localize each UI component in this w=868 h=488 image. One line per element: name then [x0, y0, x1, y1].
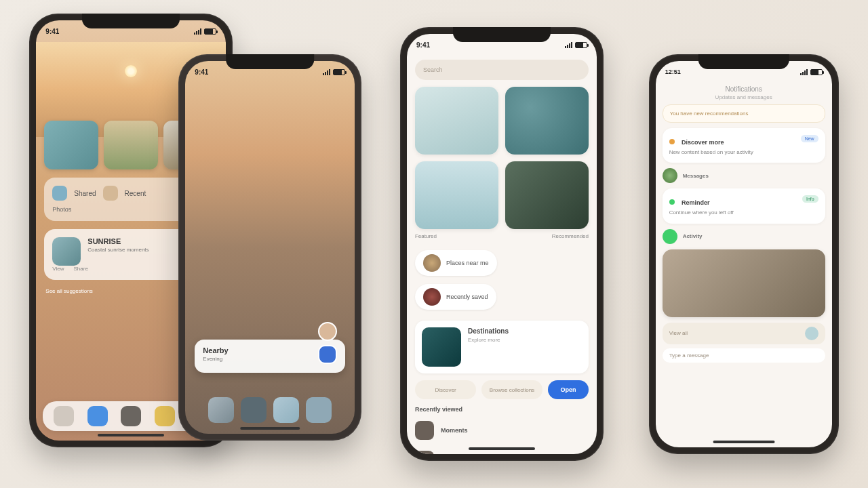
screen-3: 12:51 Notifications Updates and messages… — [656, 61, 832, 447]
tile-4[interactable] — [505, 161, 589, 229]
pill-2-label: Recently saved — [446, 293, 488, 300]
row-1-thumb — [415, 421, 434, 440]
tab-1[interactable] — [54, 406, 74, 426]
pill-1-label: Places near me — [446, 260, 489, 266]
notch — [82, 14, 180, 28]
screen-1b: 9:41 Nearby Evening — [185, 61, 355, 434]
dock-app-2[interactable] — [241, 397, 267, 423]
notif-2-title: Reminder — [682, 199, 710, 206]
action-row: Discover Browse collections Open — [415, 380, 589, 399]
caption-right: Recommended — [552, 233, 589, 239]
message-row-2[interactable]: Activity — [663, 229, 825, 244]
status-time: 9:41 — [45, 28, 59, 35]
home-indicator[interactable] — [98, 434, 164, 436]
thumb-1[interactable] — [44, 121, 98, 169]
compose-placeholder: Type a message — [669, 352, 709, 359]
wide-card-thumb — [422, 327, 461, 367]
pill-2-icon — [423, 288, 441, 306]
home-indicator[interactable] — [469, 447, 535, 450]
tab-4[interactable] — [155, 406, 175, 426]
notif-1-title: Discover more — [682, 139, 724, 146]
pill-1-icon — [423, 254, 441, 272]
avatar-app-icon[interactable] — [318, 345, 337, 364]
card-sub: Evening — [203, 356, 337, 362]
search-placeholder: Search — [423, 66, 443, 73]
leaf-icon — [663, 168, 677, 183]
battery-icon — [810, 69, 823, 75]
send-icon[interactable] — [805, 327, 818, 340]
row-2-thumb — [415, 451, 434, 454]
home-indicator[interactable] — [241, 427, 300, 430]
avatar-stack — [318, 322, 337, 364]
tile-3[interactable] — [415, 161, 498, 229]
notch — [226, 54, 315, 69]
caption-left: Featured — [415, 233, 437, 239]
signal-icon — [323, 69, 330, 75]
story-view-link[interactable]: View — [52, 266, 64, 272]
page-subtitle: Updates and messages — [656, 94, 832, 100]
tab-2[interactable] — [87, 406, 108, 426]
dock-app-4[interactable] — [306, 397, 332, 423]
phone-group-left: 9:41 Shared — [29, 14, 355, 474]
image-card[interactable] — [663, 249, 825, 317]
chip-discover[interactable]: Discover — [415, 380, 476, 399]
dock — [208, 397, 332, 423]
msg-1-label: Messages — [683, 173, 709, 179]
search-input[interactable]: Search — [415, 60, 589, 80]
status-time: 9:41 — [416, 41, 430, 49]
open-button[interactable]: Open — [548, 380, 589, 399]
story-share-link[interactable]: Share — [74, 266, 88, 272]
compose-input[interactable]: Type a message — [663, 348, 825, 363]
notif-2-sub: Continue where you left off — [669, 209, 818, 216]
battery-icon — [333, 69, 345, 75]
chip-b-icon[interactable] — [103, 186, 118, 201]
wide-card-title: Destinations — [468, 327, 582, 335]
notification-2[interactable]: Info Reminder Continue where you left of… — [663, 188, 825, 223]
notification-1[interactable]: New Discover more New content based on y… — [663, 128, 825, 163]
suggest-pill-1[interactable]: Places near me — [415, 250, 497, 276]
notif-1-tag: New — [801, 135, 818, 142]
tile-1[interactable] — [415, 87, 498, 155]
dock-app-1[interactable] — [208, 397, 234, 423]
status-time: 9:41 — [195, 68, 208, 76]
chip-a-icon[interactable] — [52, 186, 67, 201]
page-title: Notifications — [656, 83, 832, 94]
msg-2-label: Activity — [683, 233, 703, 239]
wide-card[interactable]: Destinations Explore more — [415, 321, 589, 373]
story-thumb — [52, 237, 81, 266]
notch — [453, 27, 551, 42]
list-row-1[interactable]: Moments — [407, 415, 597, 445]
footer-chip[interactable]: View all — [663, 323, 825, 344]
phone-1b: 9:41 Nearby Evening — [178, 54, 361, 441]
dock-app-3[interactable] — [273, 397, 299, 423]
wide-card-sub: Explore more — [468, 337, 582, 343]
toggle-b-label[interactable]: Recent — [125, 190, 146, 197]
tab-3[interactable] — [121, 406, 141, 426]
signal-icon — [194, 28, 201, 35]
phone-3: 12:51 Notifications Updates and messages… — [649, 54, 839, 454]
signal-icon — [565, 42, 572, 48]
dot-icon — [669, 199, 675, 205]
suggest-pill-2[interactable]: Recently saved — [415, 284, 496, 310]
notif-2-tag: Info — [802, 195, 818, 203]
footer-label: View all — [669, 330, 688, 336]
status-time: 12:51 — [665, 68, 681, 75]
screen-2: 9:41 Search Featured Recommended — [407, 34, 597, 454]
tile-2[interactable] — [505, 87, 589, 155]
notif-1-sub: New content based on your activity — [669, 149, 818, 156]
sun-icon — [125, 65, 137, 77]
avatar-1[interactable] — [318, 322, 337, 341]
floating-card[interactable]: Nearby Evening — [195, 340, 345, 373]
row-1-label: Moments — [441, 427, 468, 434]
thumb-2[interactable] — [104, 121, 158, 169]
home-indicator[interactable] — [713, 441, 774, 443]
banner[interactable]: You have new recommendations — [663, 104, 825, 123]
notch — [698, 54, 789, 69]
row-label-left: Photos — [52, 206, 71, 213]
battery-icon — [204, 28, 216, 35]
phone-2: 9:41 Search Featured Recommended — [400, 27, 604, 461]
card-title: Nearby — [203, 346, 337, 354]
toggle-a-label[interactable]: Shared — [74, 190, 96, 197]
message-row-1[interactable]: Messages — [663, 168, 825, 183]
chip-browse[interactable]: Browse collections — [481, 380, 542, 399]
